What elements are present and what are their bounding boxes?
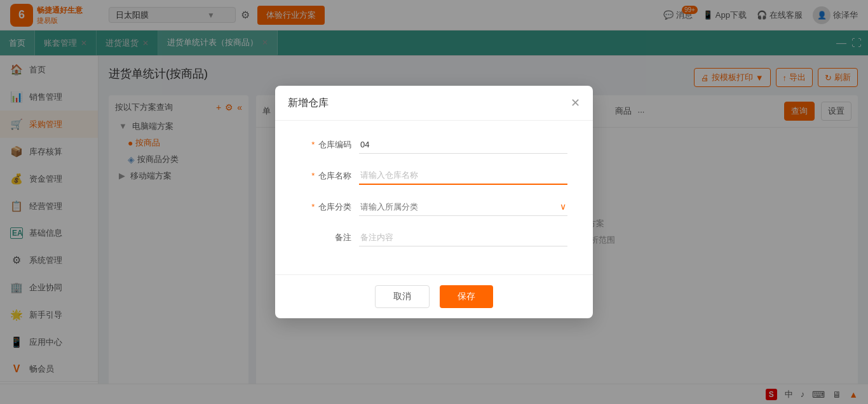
warehouse-name-input[interactable]: [359, 166, 567, 185]
required-star-code: *: [311, 140, 315, 149]
modal-body: * 仓库编码 * 仓库名称 * 仓库分类: [275, 121, 593, 274]
new-warehouse-modal: 新增仓库 ✕ * 仓库编码 * 仓库名称: [275, 86, 593, 318]
modal-header: 新增仓库 ✕: [275, 86, 593, 121]
code-label: * 仓库编码: [301, 139, 351, 151]
form-row-remark: 备注: [301, 229, 567, 246]
form-row-code: * 仓库编码: [301, 136, 567, 154]
modal-title: 新增仓库: [288, 97, 329, 110]
cancel-button[interactable]: 取消: [375, 285, 430, 308]
modal-overlay: 新增仓库 ✕ * 仓库编码 * 仓库名称: [0, 0, 868, 404]
required-star-category: *: [311, 202, 315, 212]
form-row-category: * 仓库分类 ∨: [301, 198, 567, 216]
warehouse-code-input[interactable]: [359, 136, 567, 154]
category-dropdown-icon[interactable]: ∨: [560, 201, 566, 212]
category-label: * 仓库分类: [301, 201, 351, 213]
category-select-input[interactable]: [360, 202, 560, 212]
remark-input[interactable]: [359, 229, 567, 246]
modal-close-icon[interactable]: ✕: [571, 96, 580, 110]
remark-label: 备注: [301, 232, 351, 243]
required-star-name: *: [311, 171, 315, 180]
modal-footer: 取消 保存: [275, 274, 593, 318]
form-row-name: * 仓库名称: [301, 166, 567, 185]
save-button[interactable]: 保存: [440, 285, 493, 308]
name-label: * 仓库名称: [301, 170, 351, 182]
category-select-row: ∨: [359, 198, 567, 216]
